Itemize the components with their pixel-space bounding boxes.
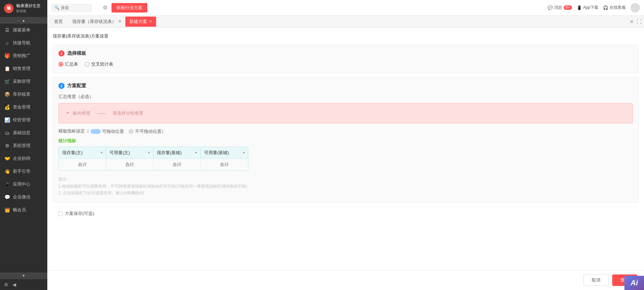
sidebar-item-search-menu[interactable]: ☰ 搜索菜单: [0, 24, 47, 37]
tip-item-1: 2. 点击标题栏下拉可设置排序、插入列和删除列: [58, 190, 633, 196]
sidebar-logo: 畅 畅康通好生意 标准版: [0, 0, 47, 17]
not-draggable-label: 不可拖动位置）: [135, 128, 166, 135]
settings-footer-icon[interactable]: ⚙: [4, 282, 8, 287]
stats-table: 现存量(主) ▾ 可用量(主) ▾ 现存量(基辅) ▾ 可用量(基辅) ▾: [58, 147, 248, 171]
radio-cross-btn[interactable]: [85, 62, 90, 67]
tab-home[interactable]: 首页: [50, 17, 67, 27]
logo-icon: 畅: [4, 4, 14, 13]
cancel-button[interactable]: 取消: [583, 274, 609, 286]
sidebar-item-purchase[interactable]: 🛒 采购管理: [0, 75, 47, 88]
stats-col-2[interactable]: 现存量(基辅) ▾: [153, 147, 201, 159]
sidebar-item-inventory[interactable]: 📦 库存核算: [0, 88, 47, 101]
tab-inventory-close[interactable]: ✕: [118, 19, 121, 24]
chevron-down-icon-0[interactable]: ▾: [101, 151, 102, 154]
main-area: 🔍 ⚙ 体验行业方案 💬 消息 99+ 📱 App下载 🎧 在线客服: [47, 0, 644, 290]
sidebar-item-label: 快捷导航: [13, 40, 30, 46]
indicators-label-text: 模板指标设定（: [58, 128, 89, 134]
sidebar-scroll-down[interactable]: ▼: [0, 272, 47, 279]
stats-col-0[interactable]: 现存量(主) ▾: [59, 147, 106, 159]
toggle-draggable[interactable]: [91, 129, 101, 134]
sidebar-item-label: 资金管理: [13, 104, 30, 110]
avatar[interactable]: [630, 3, 640, 13]
trial-btn[interactable]: 体验行业方案: [112, 3, 147, 13]
topbar-settings-icon[interactable]: ⚙: [101, 3, 109, 12]
message-icon: 💬: [548, 5, 553, 10]
step1-title: 选择模板: [67, 50, 86, 56]
sidebar-item-sales[interactable]: 📋 销售管理: [0, 62, 47, 75]
sidebar-item-corp-wechat[interactable]: 💬 企业微信: [0, 191, 47, 203]
sidebar-item-system[interactable]: ⚙ 系统管理: [0, 139, 47, 152]
sidebar-item-corp-agreement[interactable]: 🤝 企业协同: [0, 152, 47, 165]
sidebar-nav: ☰ 搜索菜单 ⌂ 快捷导航 🎁 营销推广 📋 销售管理 🛒 采购管理 📦 库存核…: [0, 24, 47, 272]
sidebar-item-base-info[interactable]: 🗂 基础信息: [0, 126, 47, 139]
search-input[interactable]: [61, 5, 88, 10]
section-plan-config: 2 方案配置 汇总维度（必选） * 纵向维度 —— 请选择分组维度 模板指标设定…: [53, 77, 639, 203]
sidebar-item-new-guide[interactable]: 👋 新手引导: [0, 165, 47, 178]
radio-cross[interactable]: 交叉统计表: [85, 61, 113, 67]
tab-new-plan[interactable]: 新建方案 ✕: [125, 17, 156, 27]
sidebar-item-label: 销售管理: [13, 66, 30, 72]
chevron-down-icon-1[interactable]: ▾: [148, 151, 150, 154]
ai-badge[interactable]: Ai: [624, 276, 644, 290]
search-box[interactable]: 🔍: [51, 4, 92, 11]
sidebar-item-finance[interactable]: 💰 资金管理: [0, 101, 47, 114]
window-expand-btn[interactable]: ⛶: [637, 19, 641, 24]
message-badge: 99+: [564, 5, 572, 10]
sidebar-item-label: 企业协同: [13, 155, 30, 162]
logo-name: 畅康通好生意: [16, 3, 41, 9]
save-checkbox[interactable]: [58, 211, 63, 216]
chevron-down-icon-2[interactable]: ▾: [195, 151, 197, 154]
search-icon: 🔍: [54, 5, 59, 10]
save-area: 方案保存(可选): [53, 207, 639, 220]
app-center-icon: 📱: [4, 181, 10, 187]
audio-footer-icon[interactable]: ◀: [13, 282, 16, 287]
inventory-icon: 📦: [4, 91, 10, 97]
sidebar-item-label: 库存核算: [13, 91, 30, 97]
tab-new-plan-close[interactable]: ✕: [149, 19, 152, 24]
summary-dim-label: 汇总维度（必选）: [58, 94, 633, 100]
corp-agreement-icon: 🤝: [4, 155, 10, 162]
stats-cell-0: 合计: [59, 159, 106, 170]
dim-label: 纵向维度: [73, 110, 90, 116]
app-download-label: App下载: [583, 5, 598, 10]
tab-inventory-status[interactable]: 现存量（库存状况表） ✕: [68, 17, 125, 27]
tip-item-0: 1.拖动标题栏可以调整布局，不可跨维度或指标区域拖动栏目字段(只能在同一维度或指…: [58, 184, 633, 189]
stats-col-3[interactable]: 可用量(基辅) ▾: [201, 147, 248, 159]
stats-col-1[interactable]: 可用量(主) ▾: [106, 147, 153, 159]
tab-home-label: 首页: [54, 19, 63, 25]
content-area: 现存量(库存状况表)方案设置 1 选择模板 汇总表 交叉统计表: [47, 28, 644, 270]
dim-arrow: ——: [97, 111, 106, 116]
sidebar-item-quick-nav[interactable]: ⌂ 快捷导航: [0, 37, 47, 49]
tips-section: 提示： 1.拖动标题栏可以调整布局，不可跨维度或指标区域拖动栏目字段(只能在同一…: [58, 176, 633, 196]
quick-nav-icon: ⌂: [4, 40, 10, 46]
toggle-not-draggable: [128, 129, 134, 134]
tab-inventory-label: 现存量（库存状况表）: [72, 19, 116, 25]
purchase-icon: 🛒: [4, 78, 10, 84]
step1-badge: 1: [58, 50, 65, 56]
system-icon: ⚙: [4, 143, 10, 149]
sidebar-footer: ⚙ ◀: [0, 279, 47, 290]
sidebar-item-member[interactable]: 👑 畅会员: [0, 203, 47, 216]
app-download-btn[interactable]: 📱 App下载: [577, 5, 598, 10]
sidebar-item-label: 搜索菜单: [13, 27, 30, 33]
radio-summary-label: 汇总表: [65, 61, 78, 67]
window-close-btn[interactable]: ✕: [630, 19, 634, 24]
chevron-down-icon-3[interactable]: ▾: [243, 151, 245, 154]
sidebar-scroll-up[interactable]: ▲: [0, 17, 47, 24]
service-btn[interactable]: 🎧 在线客服: [603, 5, 626, 10]
radio-summary[interactable]: 汇总表: [58, 61, 78, 67]
marketing-icon: 🎁: [4, 53, 10, 59]
stats-table-row: 合计 合计 合计 合计: [59, 159, 248, 170]
message-btn[interactable]: 💬 消息 99+: [548, 5, 572, 10]
draggable-label: 可拖动位置: [102, 128, 124, 135]
sidebar-item-label: 系统管理: [13, 143, 30, 149]
stats-col-label-2: 现存量(基辅): [157, 150, 182, 156]
tips-label: 提示：: [58, 176, 633, 182]
sidebar-item-operations[interactable]: 📊 经营管理: [0, 114, 47, 126]
sidebar-item-marketing[interactable]: 🎁 营销推广: [0, 49, 47, 62]
radio-summary-btn[interactable]: [58, 62, 63, 67]
sidebar: 畅 畅康通好生意 标准版 ▲ ☰ 搜索菜单 ⌂ 快捷导航 🎁 营销推广 📋 销售…: [0, 0, 47, 290]
finance-icon: 💰: [4, 104, 10, 110]
stats-col-label-3: 可用量(基辅): [204, 150, 229, 156]
sidebar-item-app-center[interactable]: 📱 应用中心: [0, 178, 47, 191]
